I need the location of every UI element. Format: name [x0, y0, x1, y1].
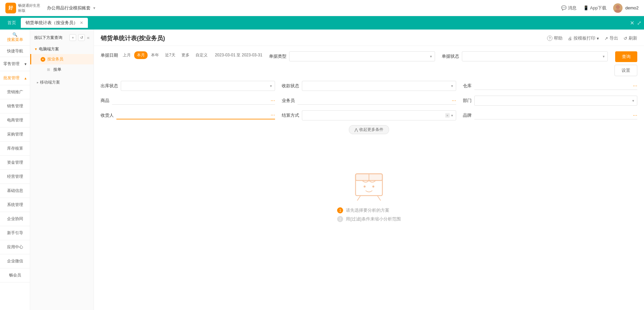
sidebar-item-operations[interactable]: 经营管理 [0, 170, 30, 184]
sidebar-item-basic[interactable]: 基础信息 [0, 184, 30, 198]
collapse-more-button[interactable]: ⋀ 收起更多条件 [349, 125, 389, 134]
date-btn-this-month[interactable]: 本月 [134, 51, 148, 59]
sidebar-search[interactable]: 🔍 搜索菜单 [0, 30, 30, 46]
tab-sales-stat[interactable]: 销货单统计表（按业务员） ✕ [21, 18, 88, 28]
goods-input[interactable]: ··· [112, 97, 275, 105]
brand-label: 品牌 [463, 112, 472, 118]
close-window-icon[interactable]: ✕ [630, 20, 634, 26]
step1-icon: 1 [337, 207, 343, 213]
export-button[interactable]: ↗ 导出 [604, 35, 618, 41]
section-expand-icon: ▼ [34, 47, 38, 51]
sidebar-section-inventory: 库存核算 [0, 142, 30, 156]
salesperson-filter: 业务员 ··· [282, 97, 456, 105]
dept-chevron: ▾ [632, 99, 634, 103]
settle-select[interactable]: × ▾ [302, 110, 456, 120]
sidebar-item-enterprise[interactable]: 企业协同 [0, 212, 30, 226]
date-btn-more[interactable]: 更多 [179, 51, 192, 59]
sidebar-item-ecommerce[interactable]: 电商管理 [0, 113, 30, 127]
doc-type-chevron: ▾ [430, 54, 432, 59]
nav-left: 好 畅捷通好生意 标版 办公用品行业模拟账套 ▾ [5, 3, 95, 13]
dept-label: 部门 [463, 98, 472, 104]
out-status-select[interactable]: ▾ [121, 81, 275, 91]
sidebar-quick-nav[interactable]: 快捷导航 [0, 46, 30, 57]
print-chevron-icon: ▾ [597, 36, 599, 41]
sidebar-item-newbie[interactable]: 新手引导 [0, 226, 30, 240]
out-status-chevron: ▾ [270, 84, 272, 88]
sidebar-item-wholesale[interactable]: 批发管理 ▴ [0, 71, 30, 85]
refresh-icon: ↺ [624, 36, 627, 41]
settle-label: 结算方式 [282, 112, 299, 118]
sidebar-item-sales[interactable]: 销售管理 [0, 99, 30, 113]
doc-status-select[interactable]: ▾ [462, 51, 608, 61]
doc-status-filter: 单据状态 ▾ [442, 51, 608, 61]
sidebar-item-inventory[interactable]: 库存核算 [0, 142, 30, 155]
avatar [613, 3, 623, 13]
user-menu[interactable]: demo2 [613, 3, 639, 13]
date-btn-7days[interactable]: 近7天 [162, 51, 178, 59]
sidebar-item-system[interactable]: 系统管理 [0, 198, 30, 212]
sidebar-item-finance[interactable]: 资金管理 [0, 156, 30, 169]
left-panel: 按以下方案查询 + ↺ « ▼ 电脑端方案 ● 按业务员 ⊞ 按单 [30, 30, 94, 310]
tab-close-icon[interactable]: ✕ [80, 20, 83, 25]
collect-status-select[interactable]: ▾ [302, 81, 456, 91]
panel-collapse-button[interactable]: « [87, 35, 90, 40]
brand-input[interactable]: ··· [474, 112, 637, 119]
message-button[interactable]: 💬 消息 [561, 5, 577, 11]
sidebar-item-vip[interactable]: 畅会员 [0, 268, 30, 282]
maximize-icon[interactable]: ⤢ [637, 20, 641, 26]
page-title: 销货单统计表(按业务员) [101, 34, 165, 42]
date-filter-buttons: 上月 本月 本年 近7天 更多 自定义 [120, 51, 210, 59]
panel-add-button[interactable]: + [69, 34, 76, 41]
sidebar-section-newbie: 新手引导 [0, 226, 30, 240]
sidebar-item-retail[interactable]: 零售管理 ▾ [0, 57, 30, 71]
sidebar-item-marketing[interactable]: 营销推广 [0, 85, 30, 99]
settle-chevron: ▾ [451, 113, 453, 118]
receiver-input[interactable]: ··· [116, 111, 275, 119]
sidebar-section-apps: 应用中心 [0, 240, 30, 254]
panel-section-mobile-title[interactable]: ▸ 移动端方案 [30, 78, 94, 87]
query-button[interactable]: 查询 [615, 51, 637, 62]
settle-clear-icon[interactable]: × [445, 113, 450, 118]
app-download-button[interactable]: 📱 App下载 [583, 5, 606, 11]
dept-select[interactable]: ▾ [474, 96, 637, 106]
sidebar-item-purchase[interactable]: 采购管理 [0, 127, 30, 141]
sidebar-item-apps[interactable]: 应用中心 [0, 240, 30, 254]
logo-area: 好 畅捷通好生意 标版 [5, 3, 40, 13]
tab-home[interactable]: 首页 [3, 18, 21, 28]
tab-bar: 首页 销货单统计表（按业务员） ✕ ✕ ⤢ [0, 16, 644, 30]
nav-title: 办公用品行业模拟账套 [47, 5, 91, 11]
collect-status-chevron: ▾ [451, 84, 453, 88]
section-collapse-icon: ▸ [37, 81, 39, 84]
warehouse-input[interactable]: ··· [474, 82, 637, 90]
doc-status-label: 单据状态 [442, 53, 459, 59]
panel-item-by-order[interactable]: ⊞ 按单 [30, 64, 94, 75]
date-btn-last-month[interactable]: 上月 [120, 51, 133, 59]
svg-line-7 [357, 196, 361, 201]
export-icon: ↗ [604, 36, 608, 41]
receiver-label: 收货人 [101, 112, 114, 118]
sidebar-item-wechat[interactable]: 企业微信 [0, 254, 30, 268]
help-button[interactable]: ? 帮助 [547, 35, 562, 41]
print-button[interactable]: 🖨 按模板打印 ▾ [568, 35, 599, 41]
top-nav: 好 畅捷通好生意 标版 办公用品行业模拟账套 ▾ 💬 消息 📱 App下载 de… [0, 0, 644, 16]
date-btn-this-year[interactable]: 本年 [148, 51, 162, 59]
panel-refresh-button[interactable]: ↺ [78, 34, 85, 41]
empty-state: 1 请先选择要分析的方案 2 用[过滤]条件来缩小分析范围 [94, 144, 644, 242]
sidebar-section-purchase: 采购管理 [0, 127, 30, 142]
doc-type-select[interactable]: ▾ [289, 51, 435, 61]
warehouse-filter: 仓库 ··· [463, 82, 637, 90]
sidebar-section-wechat: 企业微信 [0, 254, 30, 268]
panel-section-desktop-title[interactable]: ▼ 电脑端方案 [30, 44, 94, 54]
chevron-up-icon: ▴ [24, 76, 26, 81]
nav-dropdown[interactable]: ▾ [93, 6, 95, 10]
empty-box-svg [349, 164, 389, 201]
salesperson-dots: ··· [452, 98, 456, 104]
refresh-button[interactable]: ↺ 刷新 [624, 35, 637, 41]
date-btn-custom[interactable]: 自定义 [193, 51, 210, 59]
page-header: 销货单统计表(按业务员) ? 帮助 🖨 按模板打印 ▾ ↗ 导出 ↺ 刷新 [94, 30, 644, 46]
salesperson-input[interactable]: ··· [298, 97, 456, 105]
sidebar-section-wholesale: 批发管理 ▴ [0, 71, 30, 85]
out-status-label: 出库状态 [101, 83, 118, 89]
panel-item-by-salesperson[interactable]: ● 按业务员 [30, 54, 94, 64]
settings-button[interactable]: 设置 [614, 65, 637, 76]
